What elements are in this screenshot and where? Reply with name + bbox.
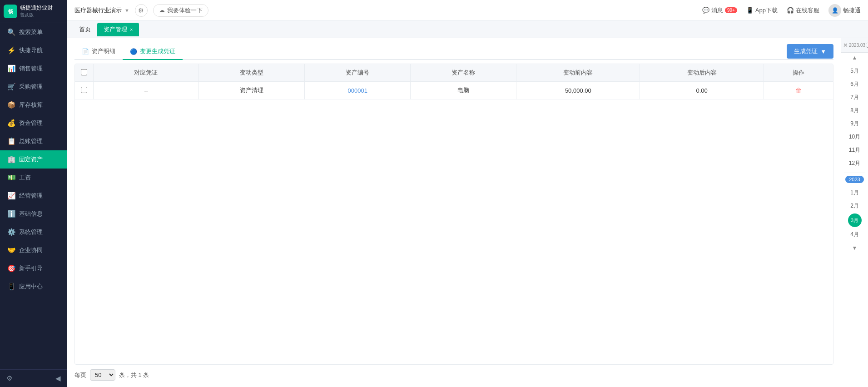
sidebar-item-sales[interactable]: 📊 销售管理 xyxy=(0,60,67,78)
feedback-label: 我要体验一下 xyxy=(167,6,203,15)
cal-month-nov[interactable]: 11月 xyxy=(841,144,868,157)
online-service-button[interactable]: 🎧 在线客服 xyxy=(787,6,819,15)
collapse-icon[interactable]: ◀ xyxy=(55,374,61,382)
search-icon: 🔍 xyxy=(7,28,15,36)
guide-icon: 🎯 xyxy=(7,264,15,273)
per-page-label: 每页 xyxy=(74,371,86,379)
sidebar-item-operations[interactable]: 📈 经营管理 xyxy=(0,187,67,205)
cal-divider xyxy=(844,173,865,173)
sidebar-item-enterprise[interactable]: 🤝 企业协同 xyxy=(0,241,67,259)
cal-month-oct[interactable]: 10月 xyxy=(841,130,868,144)
sidebar-label-basic-info: 基础信息 xyxy=(19,210,43,218)
sidebar-item-funds[interactable]: 💰 资金管理 xyxy=(0,114,67,132)
app-version: 普及版 xyxy=(20,12,53,18)
sidebar-item-ledger[interactable]: 📋 总账管理 xyxy=(0,132,67,150)
sidebar-item-apps[interactable]: 📱 应用中心 xyxy=(0,278,67,296)
quick-nav-icon: ⚡ xyxy=(7,46,15,55)
cal-2023-jan[interactable]: 1月 xyxy=(841,186,868,199)
tab-home[interactable]: 首页 xyxy=(74,23,95,36)
col-change-type: 变动类型 xyxy=(199,64,305,82)
sales-icon: 📊 xyxy=(7,64,15,73)
settings-bottom-icon[interactable]: ⚙ xyxy=(6,374,12,382)
sidebar-label-salary: 工资 xyxy=(19,174,31,182)
notification-icon: 💬 xyxy=(702,7,709,14)
sidebar-item-quick-nav[interactable]: ⚡ 快捷导航 xyxy=(0,41,67,60)
row-voucher: -- xyxy=(93,82,199,99)
online-service-label: 在线客服 xyxy=(796,6,819,15)
sidebar-item-guide[interactable]: 🎯 新手引导 xyxy=(0,259,67,278)
active-tab-label: 资产管理 xyxy=(104,25,127,34)
cal-2023-apr[interactable]: 4月 xyxy=(841,228,868,241)
row-after: 0.00 xyxy=(640,82,764,99)
change-voucher-icon: 🔵 xyxy=(130,48,137,55)
tab-bar: 首页 资产管理 × xyxy=(67,21,868,38)
enterprise-icon: 🤝 xyxy=(7,246,15,254)
inventory-icon: 📦 xyxy=(7,101,15,109)
notifications-label: 消息 xyxy=(711,6,723,15)
panel-expand-icon[interactable]: ⛶ xyxy=(866,42,868,49)
tab-close-icon[interactable]: × xyxy=(130,27,133,32)
row-before: 50,000.00 xyxy=(516,82,640,99)
row-select-checkbox[interactable] xyxy=(81,87,87,93)
sidebar-label-purchase: 采购管理 xyxy=(19,83,43,91)
cal-year-2023[interactable]: 2023 xyxy=(845,176,863,183)
sidebar-item-inventory[interactable]: 📦 库存核算 xyxy=(0,96,67,114)
sidebar-item-search[interactable]: 🔍 搜索菜单 xyxy=(0,23,67,41)
sub-tab-change-voucher[interactable]: 🔵 变更生成凭证 xyxy=(123,44,183,60)
sidebar-item-fixed-assets[interactable]: 🏢 固定资产 xyxy=(0,150,67,169)
cal-month-dec[interactable]: 12月 xyxy=(841,157,868,170)
user-menu[interactable]: 👤 畅捷通 xyxy=(828,4,861,17)
cal-2023-mar[interactable]: 3月 xyxy=(848,213,862,227)
sidebar-label-search: 搜索菜单 xyxy=(19,28,43,36)
asset-list-icon: 📄 xyxy=(82,48,89,55)
data-table: 对应凭证 变动类型 资产编号 资产名称 变动前内容 变动后内容 操作 xyxy=(75,64,833,99)
download-icon: 📱 xyxy=(746,7,754,14)
fixed-assets-icon: 🏢 xyxy=(7,155,15,164)
cal-2023-feb[interactable]: 2月 xyxy=(841,199,868,213)
basic-info-icon: ℹ️ xyxy=(7,210,15,218)
feedback-icon: ☁ xyxy=(159,7,165,14)
sidebar-item-purchase[interactable]: 🛒 采购管理 xyxy=(0,78,67,96)
delete-icon[interactable]: 🗑 xyxy=(795,87,802,94)
gear-icon: ⚙ xyxy=(138,7,144,14)
select-all-checkbox[interactable] xyxy=(81,69,87,75)
app-download-button[interactable]: 📱 App下载 xyxy=(746,6,778,15)
sidebar-item-system[interactable]: ⚙️ 系统管理 xyxy=(0,223,67,241)
cal-nav-up[interactable]: ▲ xyxy=(841,53,868,63)
company-chevron-icon: ▼ xyxy=(124,8,129,13)
company-selector[interactable]: 医疗器械行业演示 ▼ xyxy=(74,6,129,15)
right-panel: ✕ 2023.03 ⛶ ▲ 5月 6月 7月 8月 9月 10月 11月 12月 xyxy=(841,38,868,387)
sidebar-item-salary[interactable]: 💵 工资 xyxy=(0,169,67,187)
purchase-icon: 🛒 xyxy=(7,83,15,91)
generate-voucher-button[interactable]: 生成凭证 ▼ xyxy=(787,44,833,59)
cal-month-jun[interactable]: 6月 xyxy=(841,78,868,91)
notifications-badge: 99+ xyxy=(725,7,737,13)
sidebar-item-basic-info[interactable]: ℹ️ 基础信息 xyxy=(0,205,67,223)
settings-button[interactable]: ⚙ xyxy=(135,4,148,17)
main-content: 📄 资产明细 🔵 变更生成凭证 生成凭证 ▼ xyxy=(67,38,841,387)
notifications-button[interactable]: 💬 消息 99+ xyxy=(702,6,737,15)
cal-month-aug[interactable]: 8月 xyxy=(841,104,868,117)
apps-icon: 📱 xyxy=(7,283,15,291)
sub-tab-asset-list[interactable]: 📄 资产明细 xyxy=(74,44,123,60)
col-voucher: 对应凭证 xyxy=(93,64,199,82)
cal-nav-down[interactable]: ▼ xyxy=(841,243,868,253)
sidebar-label-ledger: 总账管理 xyxy=(19,137,43,145)
per-page-select[interactable]: 10 20 50 100 xyxy=(90,369,115,381)
cal-2023-months: 1月 2月 3月 4月 xyxy=(841,184,868,243)
cal-month-sep[interactable]: 9月 xyxy=(841,117,868,130)
pagination: 每页 10 20 50 100 条，共 1 条 xyxy=(74,365,833,382)
cal-month-jul[interactable]: 7月 xyxy=(841,91,868,104)
col-checkbox xyxy=(75,64,93,82)
sidebar-label-operations: 经营管理 xyxy=(19,192,43,200)
table-wrap: 对应凭证 变动类型 资产编号 资产名称 变动前内容 变动后内容 操作 xyxy=(74,64,833,365)
feedback-button[interactable]: ☁ 我要体验一下 xyxy=(153,4,208,17)
content-area: 📄 资产明细 🔵 变更生成凭证 生成凭证 ▼ xyxy=(67,38,868,387)
cal-month-may[interactable]: 5月 xyxy=(841,64,868,78)
app-name: 畅捷通好业财 xyxy=(20,5,53,12)
calendar-scroll[interactable]: ▲ 5月 6月 7月 8月 9月 10月 11月 12月 2023 1月 xyxy=(841,53,868,387)
user-avatar: 👤 xyxy=(828,4,841,17)
col-action: 操作 xyxy=(764,64,833,82)
panel-close-icon[interactable]: ✕ xyxy=(843,42,848,49)
tab-asset-management[interactable]: 资产管理 × xyxy=(97,23,139,36)
